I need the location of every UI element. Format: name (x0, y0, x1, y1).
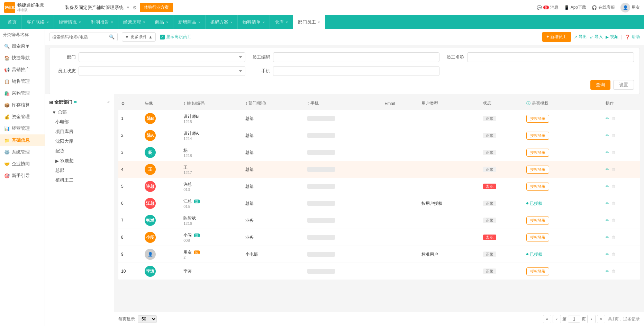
dept-tree-header[interactable]: ⊞ 全部部门 ✏ « (45, 97, 114, 107)
dept-collapse-btn[interactable]: « (107, 100, 110, 105)
delete-btn[interactable]: 🗑 (612, 252, 616, 257)
sidebar-item-bizmanage[interactable]: 📊 经营管理 (0, 123, 45, 134)
edit-btn[interactable]: ✏ (606, 201, 609, 206)
tab-history[interactable]: 经营历程 × (118, 15, 151, 29)
dept-node-zongbu[interactable]: 总部 (45, 166, 114, 175)
tab-new-goods[interactable]: 新增商品 × (173, 15, 206, 29)
dept-node-zhishu[interactable]: 植树王二 (45, 175, 114, 185)
show-resign-toggle[interactable]: ✓ 显示离职员工 (160, 34, 191, 40)
status-filter-select[interactable] (79, 66, 245, 76)
system-name-chevron[interactable]: ▼ (126, 6, 130, 9)
auth-btn[interactable]: 授权登录 (526, 115, 549, 123)
tab-barcode-close[interactable]: × (230, 20, 233, 24)
sidebar-item-system[interactable]: ⚙️ 系统管理 (0, 146, 45, 158)
edit-btn[interactable]: ✏ (606, 150, 609, 155)
set-btn[interactable]: 设置 (613, 80, 634, 90)
auth-btn[interactable]: 授权登录 (526, 217, 549, 224)
tab-goods-close[interactable]: × (166, 20, 168, 24)
sidebar-item-marketing[interactable]: 📢 营销推广 (0, 64, 45, 76)
sidebar-item-basic[interactable]: 📁 基础信息 (0, 134, 45, 146)
help-btn[interactable]: ❓ 帮助 (625, 34, 640, 40)
tab-material[interactable]: 物料清单 × (238, 15, 270, 29)
sidebar-search[interactable]: 🔍 (0, 29, 45, 40)
edit-btn[interactable]: ✏ (606, 269, 609, 274)
sidebar-item-purchase[interactable]: 🛍️ 采购管理 (0, 87, 45, 99)
sidebar-item-collab[interactable]: 🤝 企业协同 (0, 158, 45, 170)
delete-btn[interactable]: 🗑 (612, 184, 616, 189)
delete-btn[interactable]: 🗑 (612, 235, 616, 240)
delete-btn[interactable]: 🗑 (612, 218, 616, 223)
edit-btn[interactable]: ✏ (606, 133, 609, 138)
tab-history-close[interactable]: × (143, 20, 145, 24)
gear-icon[interactable]: ⚙ (133, 5, 137, 10)
user-area[interactable]: 👤 用友 (620, 3, 640, 12)
prev-page-btn[interactable]: ‹ (553, 315, 561, 323)
dept-node-shuangluxiang[interactable]: ▶ 双鹿想 (45, 156, 114, 166)
tab-goods[interactable]: 商品 × (150, 15, 173, 29)
last-page-btn[interactable]: » (597, 315, 605, 323)
sidebar-item-guide[interactable]: 🎯 新手引导 (0, 170, 45, 182)
search-input[interactable] (52, 35, 108, 39)
edit-btn[interactable]: ✏ (606, 235, 609, 240)
edit-btn[interactable]: ✏ (606, 252, 609, 257)
col-phone[interactable]: ↕ 手机 (305, 97, 382, 110)
query-btn[interactable]: 查询 (590, 80, 610, 90)
dept-edit-icon[interactable]: ✏ (74, 100, 77, 105)
edit-btn[interactable]: ✏ (606, 116, 609, 121)
col-settings[interactable]: ⚙ (118, 97, 142, 110)
import-btn[interactable]: ↙ 导入 (590, 34, 603, 40)
auth-btn[interactable]: 授权登录 (526, 267, 549, 275)
delete-btn[interactable]: 🗑 (612, 269, 616, 274)
empname-filter-input[interactable] (467, 52, 634, 62)
first-page-btn[interactable]: « (543, 315, 551, 323)
sidebar-item-sales[interactable]: 📋 销售管理 (0, 76, 45, 87)
tab-operation[interactable]: 经营情况 × (54, 15, 86, 29)
show-resign-checkbox[interactable]: ✓ (160, 35, 165, 39)
message-btn[interactable]: 💬 6 消息 (537, 5, 559, 10)
delete-btn[interactable]: 🗑 (612, 201, 616, 206)
auth-btn[interactable]: 授权登录 (526, 132, 549, 140)
col-dept[interactable]: ↕ 部门/职位 (243, 97, 305, 110)
col-name[interactable]: ↕ 姓名/编码 (181, 97, 243, 110)
tab-profit-close[interactable]: × (111, 20, 113, 24)
dept-node-headquarters-root[interactable]: ▼ 总部 (45, 107, 114, 117)
delete-btn[interactable]: 🗑 (612, 150, 616, 155)
tab-department[interactable]: 部门员工 × (293, 15, 325, 29)
dept-node-xiaodian[interactable]: 小电部 (45, 117, 114, 127)
view-btn[interactable]: ▶ 视频 (606, 34, 618, 40)
experience-btn[interactable]: 体验行业方案 (140, 3, 173, 12)
search-icon[interactable]: 🔍 (109, 34, 115, 39)
dept-node-project[interactable]: 项目库房 (45, 127, 114, 136)
add-employee-btn[interactable]: + 新增员工 (542, 32, 571, 42)
tab-barcode[interactable]: 条码方案 × (206, 15, 238, 29)
empcode-filter-input[interactable] (273, 52, 440, 62)
auth-btn[interactable]: 授权登录 (526, 166, 549, 174)
auth-btn[interactable]: 授权登录 (526, 234, 549, 241)
auth-btn[interactable]: 授权登录 (526, 183, 549, 191)
sidebar-item-search[interactable]: 🔍 搜索菜单 (0, 40, 45, 52)
dept-node-shenyang[interactable]: 沈阳大库 (45, 136, 114, 146)
delete-btn[interactable]: 🗑 (612, 133, 616, 138)
delete-btn[interactable]: 🗑 (612, 167, 616, 172)
sidebar-item-inventory[interactable]: 📦 库存核算 (0, 99, 45, 111)
edit-btn[interactable]: ✏ (606, 218, 609, 223)
page-size-select[interactable]: 50 100 (138, 315, 157, 323)
sidebar-item-finance[interactable]: 💰 资金管理 (0, 111, 45, 123)
dept-filter-select[interactable] (79, 52, 245, 62)
tab-new-goods-close[interactable]: × (198, 20, 200, 24)
tab-material-close[interactable]: × (263, 20, 265, 24)
edit-btn[interactable]: ✏ (606, 184, 609, 189)
more-filter-btn[interactable]: ▼ 更多条件 ▲ (122, 32, 156, 42)
app-download-btn[interactable]: 📱 App下载 (564, 5, 586, 10)
sidebar-search-input[interactable] (3, 32, 45, 37)
tab-warehouse-close[interactable]: × (286, 20, 288, 24)
search-box[interactable]: 🔍 (49, 33, 118, 41)
delete-btn[interactable]: 🗑 (612, 116, 616, 121)
tab-customer[interactable]: 客户联络 × (22, 15, 54, 29)
tab-customer-close[interactable]: × (47, 20, 49, 24)
phone-filter-input[interactable] (273, 66, 440, 76)
edit-btn[interactable]: ✏ (606, 167, 609, 172)
sidebar-item-quicknav[interactable]: 🏠 快捷导航 (0, 52, 45, 64)
tab-department-close[interactable]: × (318, 20, 320, 24)
page-input[interactable] (568, 316, 580, 323)
